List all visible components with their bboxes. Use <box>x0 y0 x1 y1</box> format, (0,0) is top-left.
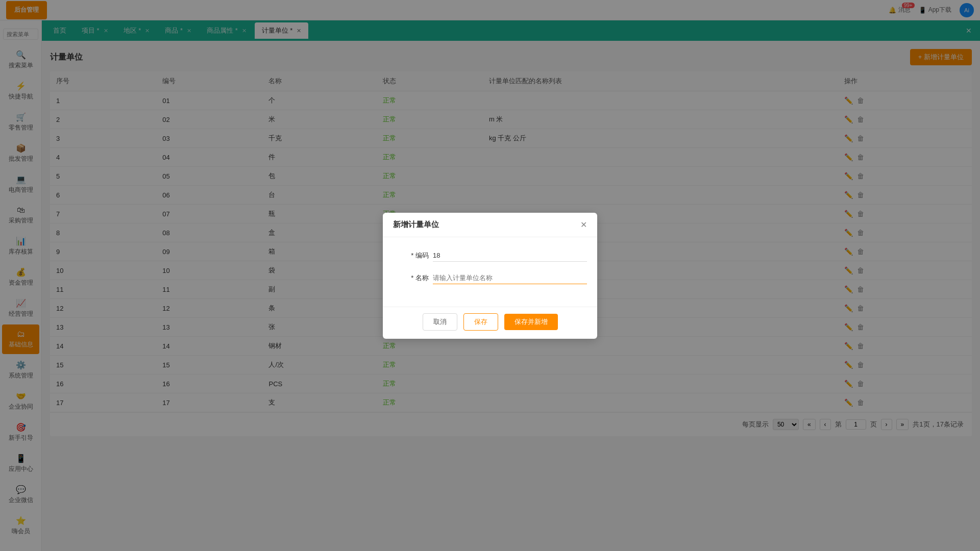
name-field-label: * 名称 <box>393 273 429 283</box>
modal-overlay: 新增计量单位 ✕ * 编码 * 名称 取消 保存 保存并新增 <box>0 0 980 551</box>
cancel-button[interactable]: 取消 <box>423 313 457 331</box>
form-code-row: * 编码 <box>393 249 587 262</box>
modal-close-button[interactable]: ✕ <box>580 220 587 230</box>
save-and-new-button[interactable]: 保存并新增 <box>504 314 558 330</box>
add-unit-modal: 新增计量单位 ✕ * 编码 * 名称 取消 保存 保存并新增 <box>383 213 597 339</box>
modal-title: 新增计量单位 <box>393 220 439 230</box>
modal-body: * 编码 * 名称 <box>383 237 597 307</box>
save-button[interactable]: 保存 <box>463 313 498 331</box>
form-name-row: * 名称 <box>393 272 587 284</box>
code-input[interactable] <box>433 249 587 262</box>
code-field-label: * 编码 <box>393 251 429 260</box>
modal-footer: 取消 保存 保存并新增 <box>383 307 597 339</box>
modal-header: 新增计量单位 ✕ <box>383 213 597 237</box>
name-input[interactable] <box>433 272 587 284</box>
